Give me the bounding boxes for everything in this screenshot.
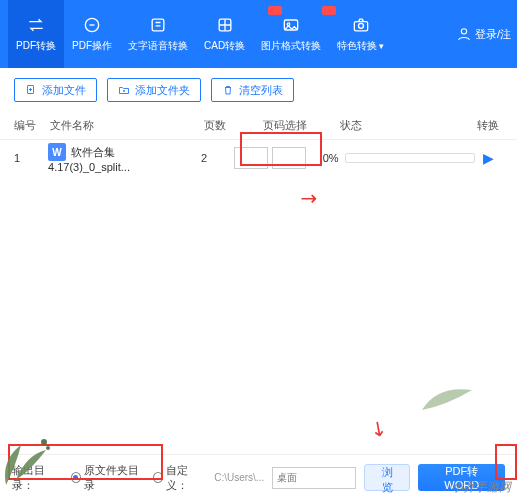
tab-cad-convert[interactable]: CAD转换 — [196, 0, 253, 68]
page-range-cell — [228, 147, 313, 169]
chevron-down-icon: ▾ — [379, 41, 384, 51]
add-file-button[interactable]: 添加文件 — [14, 78, 97, 102]
new-badge — [268, 6, 282, 15]
leaf-decoration — [0, 430, 56, 490]
svg-point-9 — [41, 439, 47, 445]
btn-label: 清空列表 — [239, 83, 283, 98]
browse-button[interactable]: 浏览 — [364, 464, 410, 491]
user-icon — [456, 26, 472, 42]
tab-label: PDF操作 — [72, 39, 112, 53]
svg-point-6 — [358, 23, 363, 28]
word-file-icon: W — [48, 143, 66, 161]
tab-image-convert[interactable]: 图片格式转换 — [253, 0, 329, 68]
camera-icon — [351, 15, 371, 35]
path-prefix: C:\Users\... — [214, 472, 264, 483]
svg-rect-1 — [152, 19, 164, 31]
tab-speech-convert[interactable]: 文字语音转换 — [120, 0, 196, 68]
tab-special-convert[interactable]: 特色转换▾ — [329, 0, 392, 68]
tab-label: CAD转换 — [204, 39, 245, 53]
page-to-input[interactable] — [272, 147, 306, 169]
cad-icon — [215, 15, 235, 35]
folder-plus-icon — [118, 84, 130, 96]
radio-source-dir[interactable]: 原文件夹目录 — [71, 463, 145, 493]
speech-icon — [148, 15, 168, 35]
page-count: 2 — [180, 152, 227, 164]
leaf-decoration — [417, 380, 477, 416]
tab-pdf-convert[interactable]: PDF转换 — [8, 0, 64, 68]
swap-icon — [26, 15, 46, 35]
file-plus-icon — [25, 84, 37, 96]
main-toolbar: PDF转换 PDF操作 文字语音转换 CAD转换 图片格式转换 特色转换▾ 登录… — [0, 0, 517, 68]
tab-label: 文字语音转换 — [128, 39, 188, 53]
col-range-header: 页码选择 — [240, 118, 330, 133]
play-icon[interactable]: ▶ — [483, 150, 494, 166]
new-badge — [322, 6, 336, 15]
radio-label: 自定义： — [166, 463, 206, 493]
login-link[interactable]: 登录/注 — [450, 0, 517, 68]
action-bar: 添加文件 添加文件夹 清空列表 — [0, 68, 517, 112]
radio-custom-dir[interactable]: 自定义： — [153, 463, 207, 493]
add-folder-button[interactable]: 添加文件夹 — [107, 78, 201, 102]
svg-point-7 — [461, 29, 466, 34]
tab-label: PDF转换 — [16, 39, 56, 53]
table-header: 编号 文件名称 页数 页码选择 状态 转换 — [0, 112, 517, 140]
output-path-field[interactable]: 桌面 — [272, 467, 356, 489]
convert-cell: ▶ — [475, 150, 503, 166]
app-window: PDF转换 PDF操作 文字语音转换 CAD转换 图片格式转换 特色转换▾ 登录… — [0, 0, 517, 500]
tab-pdf-ops[interactable]: PDF操作 — [64, 0, 120, 68]
col-pages-header: 页数 — [190, 118, 240, 133]
tab-label: 特色转换▾ — [337, 39, 384, 53]
radio-label: 原文件夹目录 — [84, 463, 145, 493]
tab-label: 图片格式转换 — [261, 39, 321, 53]
btn-label: 添加文件夹 — [135, 83, 190, 98]
row-idx: 1 — [14, 152, 48, 164]
status-text: 0% — [323, 152, 339, 164]
path-text: 桌面 — [277, 471, 297, 485]
radio-icon — [153, 472, 163, 483]
trash-icon — [222, 84, 234, 96]
progress-bar — [345, 153, 475, 163]
page-from-input[interactable] — [234, 147, 268, 169]
clear-list-button[interactable]: 清空列表 — [211, 78, 294, 102]
radio-icon — [71, 472, 81, 483]
watermark-text: 小乔手游网 — [451, 479, 511, 496]
status-cell: 0% — [313, 152, 475, 164]
login-label: 登录/注 — [475, 27, 511, 42]
table-row: 1 W软件合集4.17(3)_0_split... 2 0% ▶ — [0, 140, 517, 176]
doc-icon — [82, 15, 102, 35]
btn-label: 添加文件 — [42, 83, 86, 98]
file-name-cell: W软件合集4.17(3)_0_split... — [48, 143, 180, 173]
svg-point-10 — [46, 446, 50, 450]
col-status-header: 状态 — [330, 118, 473, 133]
col-idx-header: 编号 — [14, 118, 50, 133]
col-op-header: 转换 — [473, 118, 503, 133]
col-name-header: 文件名称 — [50, 118, 190, 133]
pic-icon — [281, 15, 301, 35]
bottom-bar: 输出目录： 原文件夹目录 自定义： C:\Users\... 桌面 浏览 PDF… — [0, 454, 517, 500]
